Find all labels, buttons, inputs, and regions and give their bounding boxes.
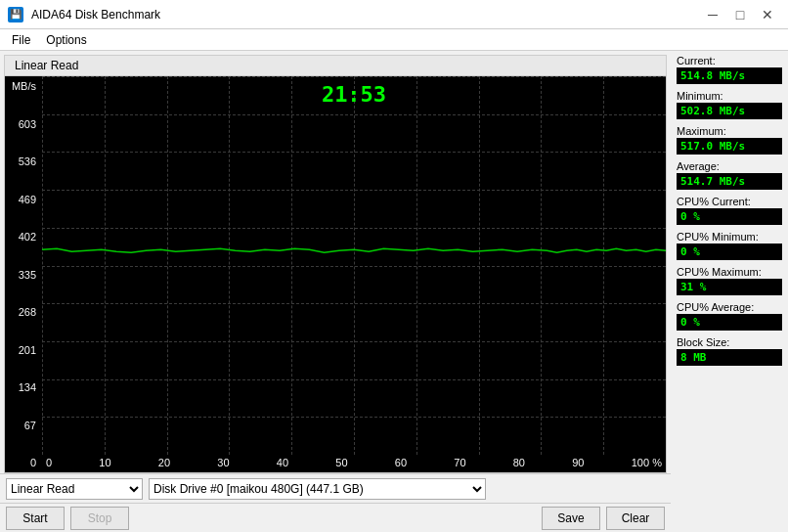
block-size-label: Block Size: [677, 336, 782, 348]
x-label-80: 80 [513, 457, 525, 470]
window-controls: ─ □ ✕ [700, 5, 780, 24]
y-label-268: 268 [7, 306, 40, 318]
save-button[interactable]: Save [542, 507, 600, 530]
test-select[interactable]: Linear Read Random Read Buffered Read Av… [6, 478, 143, 500]
current-value: 514.8 MB/s [677, 67, 782, 84]
action-left-buttons: Start Stop [6, 507, 129, 530]
menu-file[interactable]: File [4, 31, 38, 49]
menu-bar: File Options [0, 29, 788, 51]
stat-block-size: Block Size: 8 MB [677, 336, 782, 366]
cpu-minimum-value: 0 % [677, 244, 782, 260]
y-label-335: 335 [7, 269, 40, 281]
stop-button[interactable]: Stop [70, 507, 129, 530]
disk-select[interactable]: Disk Drive #0 [maikou 480G] (447.1 GB) [149, 478, 486, 500]
cpu-maximum-label: CPU% Maximum: [677, 266, 782, 278]
x-label-60: 60 [395, 457, 407, 470]
clear-button[interactable]: Clear [606, 507, 665, 530]
chart-area: Linear Read MB/s 603 536 469 402 335 268… [4, 55, 667, 473]
chart-tab: Linear Read [5, 56, 666, 76]
x-label-20: 20 [158, 457, 170, 470]
minimum-value: 502.8 MB/s [677, 103, 782, 119]
minimize-button[interactable]: ─ [700, 5, 725, 24]
current-label: Current: [677, 55, 782, 66]
cpu-maximum-value: 31 % [677, 279, 782, 295]
action-bar: Start Stop Save Clear [0, 503, 671, 532]
x-label-70: 70 [454, 457, 465, 470]
average-value: 514.7 MB/s [677, 173, 782, 190]
y-label-402: 402 [7, 231, 40, 243]
stat-average: Average: 514.7 MB/s [677, 160, 782, 190]
stat-minimum: Minimum: 502.8 MB/s [677, 90, 782, 119]
close-button[interactable]: ✕ [755, 5, 780, 24]
y-label-603: 603 [7, 118, 40, 130]
x-label-0: 0 [46, 457, 52, 470]
y-label-0: 0 [7, 457, 40, 468]
y-label-469: 469 [7, 194, 40, 205]
y-label-mbps: MB/s [7, 80, 40, 92]
data-line [42, 76, 666, 413]
maximize-button[interactable]: □ [727, 5, 753, 24]
stat-cpu-maximum: CPU% Maximum: 31 % [677, 266, 782, 295]
x-label-30: 30 [217, 457, 229, 470]
cpu-minimum-label: CPU% Minimum: [677, 231, 782, 243]
x-label-40: 40 [277, 457, 288, 470]
x-axis-labels: 0 10 20 30 40 50 60 70 80 90 100 % [42, 455, 666, 472]
stat-cpu-current: CPU% Current: 0 % [677, 196, 782, 225]
average-label: Average: [677, 160, 782, 172]
chart-canvas: 21:53 [42, 76, 666, 455]
maximum-value: 517.0 MB/s [677, 138, 782, 155]
cpu-average-value: 0 % [677, 314, 782, 331]
stats-panel: Current: 514.8 MB/s Minimum: 502.8 MB/s … [671, 51, 788, 532]
app-icon: 💾 [8, 7, 23, 22]
minimum-label: Minimum: [677, 90, 782, 102]
y-axis-labels: MB/s 603 536 469 402 335 268 201 134 67 … [5, 76, 42, 472]
cpu-current-value: 0 % [677, 208, 782, 225]
y-label-134: 134 [7, 381, 40, 393]
y-label-67: 67 [7, 420, 40, 431]
block-size-value: 8 MB [677, 349, 782, 366]
window-title: AIDA64 Disk Benchmark [31, 8, 160, 22]
maximum-label: Maximum: [677, 125, 782, 137]
x-label-100: 100 % [632, 457, 662, 470]
start-button[interactable]: Start [6, 507, 65, 530]
stat-maximum: Maximum: 517.0 MB/s [677, 125, 782, 155]
chart-plot: MB/s 603 536 469 402 335 268 201 134 67 … [5, 76, 666, 472]
x-label-90: 90 [572, 457, 584, 470]
y-label-536: 536 [7, 155, 40, 167]
stat-cpu-average: CPU% Average: 0 % [677, 301, 782, 331]
x-label-10: 10 [99, 457, 110, 470]
cpu-average-label: CPU% Average: [677, 301, 782, 313]
y-label-201: 201 [7, 344, 40, 356]
stat-current: Current: 514.8 MB/s [677, 55, 782, 84]
menu-options[interactable]: Options [38, 31, 94, 49]
action-right-buttons: Save Clear [542, 507, 665, 530]
title-bar: 💾 AIDA64 Disk Benchmark ─ □ ✕ [0, 0, 788, 29]
x-label-50: 50 [335, 457, 347, 470]
stat-cpu-minimum: CPU% Minimum: 0 % [677, 231, 782, 260]
test-selector-bar: Linear Read Random Read Buffered Read Av… [0, 473, 671, 503]
cpu-current-label: CPU% Current: [677, 196, 782, 207]
